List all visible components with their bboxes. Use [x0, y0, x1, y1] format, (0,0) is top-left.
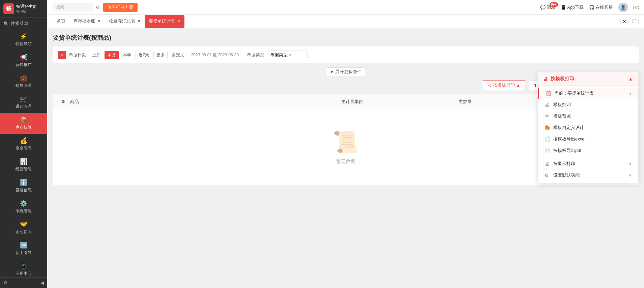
display-print-item[interactable]: 🖨 按显示打印 ▾ [538, 158, 638, 169]
sidebar-item-label: 快捷导航 [16, 41, 32, 47]
sidebar-item-purchase[interactable]: 🛒 采购管理 [0, 92, 47, 113]
sidebar-item-sales[interactable]: 💼 销售管理 [0, 71, 47, 92]
type-filter-select[interactable]: 单据类型 ▾ [267, 51, 308, 59]
avatar[interactable]: 👤 [618, 3, 628, 12]
col-qty-label: 主数量 [459, 99, 472, 104]
date-more[interactable]: 更多 [153, 51, 168, 59]
sidebar-item-system[interactable]: ⚙️ 系统管理 [0, 196, 47, 217]
template-design-item[interactable]: 🎨 模板自定义设计 [538, 122, 638, 133]
date-filter-options: 上月 本月 本年 近7天 更多 自定义 [89, 51, 187, 59]
date-last-month[interactable]: 上月 [89, 51, 103, 59]
print-dropdown-close-icon[interactable]: ▲ [628, 76, 633, 82]
sidebar-item-appstore[interactable]: 📱 应用中心 [0, 259, 47, 277]
col-settings[interactable]: ⚙ [57, 99, 70, 104]
operation-icon: 📊 [20, 158, 27, 165]
tab-collection-summary[interactable]: 收发存汇总表 ✕ [105, 15, 145, 28]
template-preview-item[interactable]: 👁 模板预览 [538, 110, 638, 122]
expand-icon: » [61, 52, 63, 58]
print-button[interactable]: 🖨 按模板打印 ▲ [483, 80, 525, 90]
template-export-excel-item[interactable]: 📄 按模板导出excel [538, 133, 638, 145]
sidebar-footer: ⚙ ◀ [0, 277, 47, 288]
tab-label: 收发存汇总表 [109, 18, 135, 24]
sidebar-item-finance[interactable]: 💰 资金管理 [0, 134, 47, 155]
design-icon: 🎨 [545, 125, 550, 130]
template-export-pdf-item[interactable]: 📄 按模板导出pdf [538, 145, 638, 156]
type-filter-label: 单据类型 [247, 52, 264, 58]
date-last-7days[interactable]: 近7天 [136, 51, 152, 59]
maximize-tab-button[interactable]: ⛶ [630, 18, 639, 25]
sidebar-nav: ⚡ 快捷导航 📢 营销推广 💼 销售管理 🛒 采购管理 📦 库存核算 💰 资金管… [0, 29, 47, 277]
current-template-arrow-icon: ▾ [629, 91, 632, 96]
date-custom[interactable]: 自定义 [169, 51, 187, 59]
template-design-label: 模板自定义设计 [553, 125, 584, 131]
filter-bar: » 单据日期 上月 本月 本年 近7天 更多 自定义 2023-06-01 至 … [53, 46, 639, 63]
app-download-button[interactable]: 📱 App下载 [561, 4, 584, 10]
display-print-left: 🖨 按显示打印 [545, 161, 575, 167]
collapse-icon[interactable]: ◀ [40, 280, 44, 285]
template-export-pdf-label: 按模板导出pdf [553, 148, 581, 154]
print-dropdown-title: 按模板打印 [551, 76, 574, 82]
logo-icon: 畅 [3, 3, 14, 14]
online-service-button[interactable]: 🎧 在线客服 [589, 4, 613, 10]
print-dropdown-section: 📋 当前：要货单统计表 ▾ 🖨 模板打印 👁 模板预览 🎨 模板自定义设计 [538, 86, 638, 183]
expand-more-label: 展开更多条件 [335, 69, 361, 75]
col-unit-label: 主计量单位 [341, 99, 363, 104]
expand-more-button[interactable]: ▼ 展开更多条件 [326, 67, 365, 76]
tab-close-icon[interactable]: ✕ [177, 19, 180, 24]
trial-button[interactable]: 体验行业方案 [103, 3, 138, 12]
empty-icon: 📜 [332, 129, 359, 155]
tab-inventory-batch[interactable]: 库存批次账 ✕ [69, 15, 105, 28]
sidebar-item-marketing[interactable]: 📢 营销推广 [0, 50, 47, 71]
print-dropdown-title-group: 🖨 按模板打印 [543, 76, 574, 82]
main-area: 搜索 ⚙ 体验行业方案 💬 消息 99+ 📱 App下载 🎧 在线客服 👤 Ri… [47, 0, 644, 288]
sidebar-item-label: 应用中心 [16, 271, 32, 277]
logo-text: 畅通好生意 标准版 [16, 4, 36, 14]
inventory-icon: 📦 [20, 116, 27, 124]
sidebar-item-guide[interactable]: 🆕 新手引导 [0, 238, 47, 259]
print-dropdown: 🖨 按模板打印 ▲ 📋 当前：要货单统计表 ▾ 🖨 模板打印 👁 [537, 72, 639, 183]
sidebar-item-label: 营销推广 [16, 62, 32, 68]
tab-order-stats[interactable]: 要货单统计表 ✕ [145, 15, 184, 28]
display-print-arrow-icon: ▾ [629, 161, 632, 166]
tab-home-label: 首页 [57, 18, 65, 24]
tab-close-icon[interactable]: ✕ [97, 19, 101, 24]
sidebar-item-label: 基础信息 [16, 187, 32, 193]
user-name: Rit [633, 5, 639, 10]
set-default-item[interactable]: ⚙ 设置默认功能 ▾ [538, 169, 638, 181]
sidebar-item-label: 新手引导 [16, 250, 32, 256]
topbar-right: 💬 消息 99+ 📱 App下载 🎧 在线客服 👤 Rit [540, 3, 639, 12]
app-download-icon: 📱 [561, 5, 566, 10]
empty-text: 暂无数据 [336, 159, 355, 165]
sidebar-item-quicknav[interactable]: ⚡ 快捷导航 [0, 29, 47, 50]
sidebar-item-basic[interactable]: ℹ️ 基础信息 [0, 175, 47, 196]
sidebar-item-inventory[interactable]: 📦 库存核算 [0, 113, 47, 134]
tab-label: 库存批次账 [74, 18, 95, 24]
close-tab-button[interactable]: ✕ [620, 18, 628, 25]
print-btn-label: 按模板打印 [493, 82, 515, 88]
tabs-actions: ✕ ⛶ [620, 18, 639, 25]
col-goods: 商品 [70, 99, 296, 105]
sidebar-item-operation[interactable]: 📊 经营管理 [0, 155, 47, 175]
tab-home[interactable]: 首页 [53, 15, 69, 28]
col-goods-label: 商品 [70, 99, 79, 104]
filter-expand-button[interactable]: » [58, 51, 66, 59]
date-this-year[interactable]: 本年 [120, 51, 134, 59]
sidebar-search-item[interactable]: 🔍 搜索菜单 [0, 18, 47, 29]
topbar-gear-icon[interactable]: ⚙ [96, 5, 100, 10]
sidebar-item-label: 库存核算 [16, 125, 32, 130]
tab-close-icon[interactable]: ✕ [137, 19, 141, 24]
table-settings-icon: ⚙ [61, 99, 65, 104]
sidebar-item-collab[interactable]: 🤝 企业协同 [0, 217, 47, 238]
collab-icon: 🤝 [20, 221, 27, 228]
excel-icon: 📄 [545, 136, 550, 142]
sidebar-search-label: 搜索菜单 [11, 21, 28, 27]
message-badge: 99+ [550, 2, 558, 7]
settings-footer-icon[interactable]: ⚙ [3, 280, 7, 285]
content-area: 要货单统计表(按商品) » 单据日期 上月 本月 本年 近7天 更多 自定义 2… [47, 28, 644, 288]
date-this-month[interactable]: 本月 [105, 51, 119, 59]
message-button[interactable]: 💬 消息 99+ [540, 4, 555, 10]
current-template-item[interactable]: 📋 当前：要货单统计表 ▾ [538, 88, 638, 99]
template-print-item[interactable]: 🖨 模板打印 [538, 99, 638, 110]
template-export-excel-label: 按模板导出excel [553, 136, 585, 142]
system-icon: ⚙️ [20, 200, 27, 207]
